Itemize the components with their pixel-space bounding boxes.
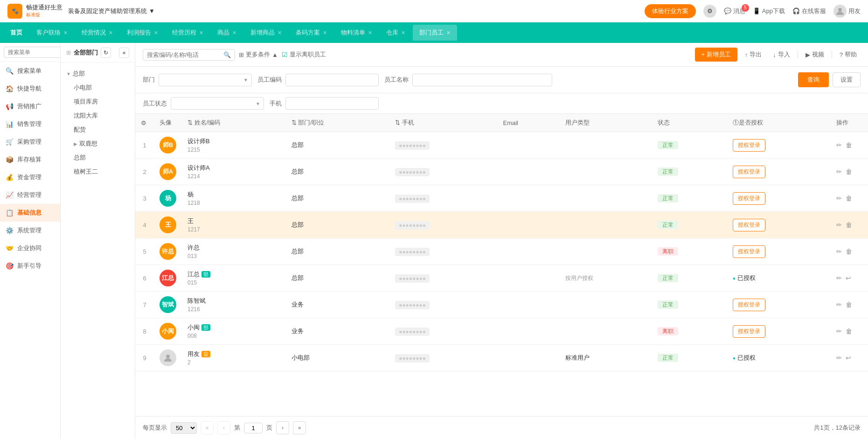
nav-tab-bom[interactable]: 物料清单 ✕ xyxy=(334,25,379,41)
dept-item-small-elec[interactable]: 小电部 xyxy=(68,81,135,95)
auth-login-button[interactable]: 授权登录 xyxy=(733,166,765,178)
filter-settings-button[interactable]: 设置 xyxy=(833,72,861,87)
delete-icon[interactable]: 🗑 xyxy=(846,168,852,175)
edit-icon[interactable]: ✏ xyxy=(836,274,842,282)
dept-refresh-button[interactable]: ↻ xyxy=(101,48,111,58)
page-number-input[interactable] xyxy=(244,423,263,433)
delete-icon[interactable]: 🗑 xyxy=(846,301,852,308)
import-button[interactable]: ↓ 导入 xyxy=(769,49,794,61)
video-button[interactable]: ▶ 视频 xyxy=(802,49,828,61)
message-action[interactable]: 💬 消息 5 xyxy=(724,7,745,15)
table-body: 1 师B 设计师B 1215 总部 ●●●●●●●● xyxy=(135,132,868,371)
sidebar-item-basic[interactable]: 📋 基础信息 xyxy=(0,204,60,222)
online-service-action[interactable]: 🎧 在线客服 xyxy=(792,7,826,15)
prev-page-button[interactable]: ‹ xyxy=(217,421,230,434)
filter-emp-code-input[interactable] xyxy=(285,74,379,86)
edit-icon[interactable]: ✏ xyxy=(836,221,842,229)
more-conditions-toggle[interactable]: ⊞ 更多条件 ▲ xyxy=(239,50,278,59)
auth-login-button[interactable]: 授权登录 xyxy=(733,192,765,205)
search-input[interactable] xyxy=(147,51,222,58)
dept-item-shenyang[interactable]: 沈阳大库 xyxy=(68,109,135,123)
delete-icon[interactable]: 🗑 xyxy=(846,195,852,202)
sidebar-item-sales[interactable]: 📊 销售管理 xyxy=(0,115,60,133)
close-products-tab[interactable]: ✕ xyxy=(232,30,236,36)
edit-icon[interactable]: ✏ xyxy=(836,141,842,149)
close-history-tab[interactable]: ✕ xyxy=(199,30,203,36)
sidebar-item-purchase[interactable]: 🛒 采购管理 xyxy=(0,133,60,151)
page-size-select[interactable]: 50 100 xyxy=(171,422,197,434)
edit-icon[interactable]: ✏ xyxy=(836,354,842,362)
auth-login-button[interactable]: 授权登录 xyxy=(733,139,765,152)
auth-login-button[interactable]: 授权登录 xyxy=(733,325,765,338)
nav-tab-customers[interactable]: 客户联络 ✕ xyxy=(30,25,74,41)
trial-button[interactable]: 体验行业方案 xyxy=(645,4,696,18)
video-label: 视频 xyxy=(812,50,824,59)
sidebar-search-input[interactable] xyxy=(4,47,61,58)
nav-tab-history[interactable]: 经营历程 ✕ xyxy=(166,25,210,41)
delete-icon[interactable]: 🗑 xyxy=(846,248,852,255)
auth-login-button[interactable]: 授权登录 xyxy=(733,245,765,258)
close-employees-tab[interactable]: ✕ xyxy=(446,30,451,36)
sidebar-item-business[interactable]: 📈 经营管理 xyxy=(0,186,60,204)
dept-item-dual[interactable]: ▶ 双鹿想 xyxy=(68,137,135,151)
nav-tab-warehouse[interactable]: 仓库 ✕ xyxy=(380,25,412,41)
delete-icon[interactable]: 🗑 xyxy=(846,221,852,229)
filter-dept-select[interactable] xyxy=(159,74,252,86)
filter-emp-name-input[interactable] xyxy=(412,74,552,86)
delete-icon[interactable]: 🗑 xyxy=(846,328,852,335)
filter-status-select[interactable] xyxy=(171,97,264,110)
next-page-button[interactable]: › xyxy=(276,421,289,434)
dept-item-plant-king[interactable]: 植树王二 xyxy=(68,165,135,179)
sidebar-item-inventory[interactable]: 📦 库存核算 xyxy=(0,151,60,168)
dept-item-general[interactable]: ▼ 总部 xyxy=(61,67,135,81)
export-button[interactable]: ↑ 导出 xyxy=(741,49,766,61)
nav-tab-products[interactable]: 商品 ✕ xyxy=(211,25,243,41)
restore-icon[interactable]: ↩ xyxy=(846,274,851,282)
col-settings-icon[interactable]: ⚙ xyxy=(141,119,146,126)
settings-gear[interactable]: ⚙ xyxy=(703,5,716,18)
nav-tab-home[interactable]: 首页 xyxy=(4,25,29,41)
close-barcode-tab[interactable]: ✕ xyxy=(323,30,327,36)
edit-icon[interactable]: ✏ xyxy=(836,301,842,308)
close-profit-tab[interactable]: ✕ xyxy=(154,30,158,36)
sidebar-item-finance[interactable]: 💰 资金管理 xyxy=(0,168,60,186)
filter-phone-input[interactable] xyxy=(285,97,379,110)
edit-icon[interactable]: ✏ xyxy=(836,168,842,175)
auth-login-button[interactable]: 授权登录 xyxy=(733,299,765,311)
nav-tab-operation[interactable]: 经营情况 ✕ xyxy=(75,25,119,41)
auth-login-button[interactable]: 授权登录 xyxy=(733,219,765,231)
sidebar-item-nav[interactable]: 🏠 快捷导航 xyxy=(0,80,60,98)
sidebar-item-system[interactable]: ⚙️ 系统管理 xyxy=(0,222,60,239)
app-download-action[interactable]: 📱 App下载 xyxy=(753,7,785,15)
last-page-button[interactable]: » xyxy=(293,421,306,434)
dept-item-hq[interactable]: 总部 xyxy=(68,151,135,165)
help-button[interactable]: ? 帮助 xyxy=(836,49,861,61)
close-warehouse-tab[interactable]: ✕ xyxy=(401,30,405,36)
dept-item-delivery[interactable]: 配货 xyxy=(68,123,135,137)
edit-icon[interactable]: ✏ xyxy=(836,328,842,335)
dept-item-project[interactable]: 项目库房 xyxy=(68,95,135,109)
edit-icon[interactable]: ✏ xyxy=(836,195,842,202)
system-title-area[interactable]: 装备及固定资产辅助管理系统 ▼ xyxy=(68,7,155,15)
sidebar-item-guide[interactable]: 🎯 新手引导 xyxy=(0,257,60,275)
query-button[interactable]: 查询 xyxy=(798,72,829,87)
delete-icon[interactable]: 🗑 xyxy=(846,141,852,149)
sidebar-item-collab[interactable]: 🤝 企业协同 xyxy=(0,239,60,257)
nav-tab-barcode[interactable]: 条码方案 ✕ xyxy=(289,25,333,41)
first-page-button[interactable]: « xyxy=(201,421,214,434)
user-avatar-action[interactable]: 用友 xyxy=(833,5,861,18)
nav-tab-profit[interactable]: 利润报告 ✕ xyxy=(120,25,165,41)
edit-icon[interactable]: ✏ xyxy=(836,248,842,255)
show-resigned-toggle[interactable]: ☑ 显示离职员工 xyxy=(282,50,326,59)
close-operation-tab[interactable]: ✕ xyxy=(109,30,113,36)
close-add-product-tab[interactable]: ✕ xyxy=(278,30,282,36)
dept-collapse-button[interactable]: « xyxy=(119,48,129,58)
sidebar-item-search[interactable]: 🔍 搜索菜单 xyxy=(0,62,60,80)
nav-tab-employees[interactable]: 部门员工 ✕ xyxy=(413,25,457,41)
add-employee-button[interactable]: + 新增员工 xyxy=(695,48,737,62)
close-customers-tab[interactable]: ✕ xyxy=(63,30,68,36)
sidebar-item-marketing[interactable]: 📢 营销推广 xyxy=(0,98,60,115)
nav-tab-add-product[interactable]: 新增商品 ✕ xyxy=(244,25,288,41)
close-bom-tab[interactable]: ✕ xyxy=(368,30,372,36)
restore-icon[interactable]: ↩ xyxy=(846,354,851,362)
